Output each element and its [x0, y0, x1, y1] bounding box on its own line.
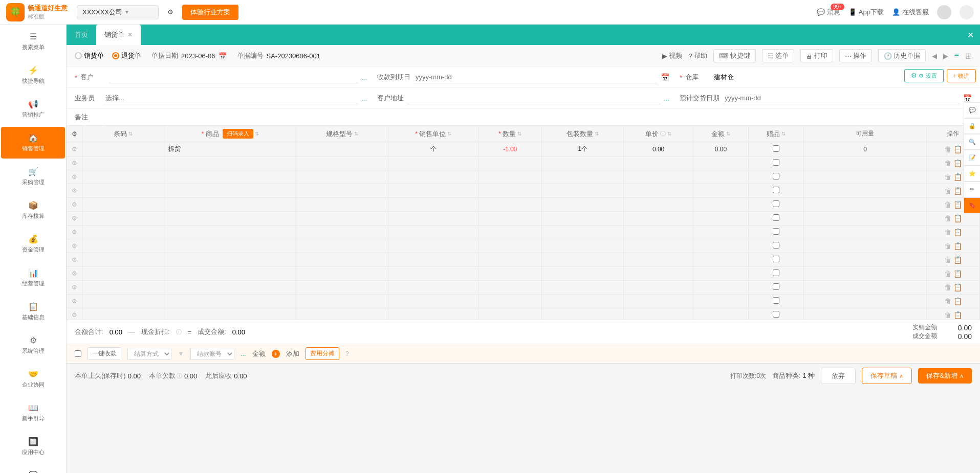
gift-checkbox[interactable]: [773, 187, 779, 193]
gift-checkbox[interactable]: [773, 214, 779, 221]
delete-icon[interactable]: 🗑: [944, 187, 951, 195]
cell-product[interactable]: [164, 253, 296, 267]
cell-spec[interactable]: [296, 156, 388, 170]
gift-checkbox[interactable]: [773, 159, 779, 166]
cell-sales-unit[interactable]: [388, 295, 478, 308]
customer-dots[interactable]: ...: [361, 74, 367, 81]
cell-sales-unit[interactable]: 个: [388, 142, 478, 156]
payment-method-select[interactable]: 结算方式: [127, 348, 171, 360]
cell-package-qty[interactable]: [542, 170, 624, 184]
gift-checkbox[interactable]: [773, 269, 779, 276]
delete-icon[interactable]: 🗑: [944, 200, 951, 209]
cell-product[interactable]: [164, 239, 296, 253]
cell-spec[interactable]: [296, 253, 388, 267]
add-payment-btn[interactable]: +: [272, 350, 280, 358]
cell-unit-price[interactable]: [624, 156, 693, 170]
one-click-checkbox[interactable]: [75, 350, 81, 357]
grid-view-icon[interactable]: ⊞: [965, 51, 972, 61]
cell-sales-unit[interactable]: [388, 184, 478, 198]
cell-unit-price[interactable]: [624, 184, 693, 198]
account-select[interactable]: 结款账号: [190, 348, 234, 360]
float-btn-4[interactable]: 📝: [964, 150, 980, 166]
tab-home[interactable]: 首页: [67, 25, 96, 45]
online-service-btn[interactable]: 👤 在线客服: [892, 8, 929, 17]
cell-quantity[interactable]: [478, 267, 542, 281]
cell-spec[interactable]: [296, 308, 388, 320]
cell-barcode[interactable]: [82, 295, 164, 308]
cell-amount[interactable]: [693, 308, 749, 320]
cell-amount[interactable]: [693, 239, 749, 253]
sidebar-item-purchase[interactable]: 🛒 采购管理: [1, 161, 65, 192]
account-dots[interactable]: ...: [241, 350, 246, 357]
copy-icon[interactable]: 📋: [953, 283, 962, 291]
cell-quantity[interactable]: [478, 212, 542, 226]
float-btn-5[interactable]: ⭐: [964, 166, 980, 182]
copy-icon[interactable]: 📋: [953, 311, 962, 319]
cell-amount[interactable]: 0.00: [693, 142, 749, 156]
gift-checkbox[interactable]: [773, 173, 779, 179]
sidebar-item-marketing[interactable]: 📢 营销推广: [1, 93, 65, 125]
user-avatar-2[interactable]: [960, 5, 974, 19]
sort-amount-icon[interactable]: ⇅: [726, 131, 730, 137]
unit-price-info-icon[interactable]: ⓘ: [660, 130, 666, 138]
cell-gift[interactable]: [749, 239, 804, 253]
tab-sales-order[interactable]: 销货单 ✕: [96, 25, 141, 45]
cell-spec[interactable]: [296, 184, 388, 198]
payment-due-input[interactable]: [413, 71, 658, 83]
sidebar-item-basic[interactable]: 📋 基础信息: [1, 296, 65, 327]
delete-icon[interactable]: 🗑: [944, 256, 951, 264]
cell-spec[interactable]: [296, 212, 388, 226]
expected-delivery-input[interactable]: [723, 92, 960, 104]
history-btn[interactable]: 🕐 历史单据: [878, 49, 926, 62]
cell-gift[interactable]: [749, 184, 804, 198]
cell-quantity[interactable]: [478, 239, 542, 253]
cell-gift[interactable]: [749, 156, 804, 170]
trial-btn[interactable]: 体验行业方案: [182, 5, 238, 20]
cell-spec[interactable]: [296, 267, 388, 281]
sidebar-item-wechat[interactable]: 💬 企业微信: [1, 464, 65, 473]
cell-amount[interactable]: [693, 281, 749, 295]
gift-checkbox[interactable]: [773, 242, 779, 249]
copy-icon[interactable]: 📋: [953, 187, 962, 195]
cell-quantity[interactable]: [478, 295, 542, 308]
user-avatar[interactable]: [937, 5, 951, 19]
logistics-btn[interactable]: + 物流: [947, 69, 976, 82]
gift-checkbox[interactable]: [773, 283, 779, 290]
cell-product[interactable]: [164, 212, 296, 226]
one-click-btn[interactable]: 一键收款: [88, 347, 121, 360]
copy-icon[interactable]: 📋: [953, 159, 962, 167]
delete-icon[interactable]: 🗑: [944, 159, 951, 167]
company-selector[interactable]: XXXXXX公司 ▼: [77, 5, 159, 19]
cell-unit-price[interactable]: [624, 239, 693, 253]
scan-btn[interactable]: 扫码录入: [223, 129, 253, 139]
cell-gift[interactable]: [749, 142, 804, 156]
float-btn-7[interactable]: 🔖: [964, 197, 980, 213]
setup-btn[interactable]: ⚙ ⚙ 设置: [904, 69, 943, 82]
gift-checkbox[interactable]: [773, 145, 779, 152]
video-link[interactable]: ▶ 视频: [662, 51, 682, 60]
delete-icon[interactable]: 🗑: [944, 214, 951, 222]
customer-input[interactable]: [109, 71, 358, 83]
cell-product[interactable]: 拆货: [164, 142, 296, 156]
sidebar-item-business[interactable]: 📊 经营管理: [1, 262, 65, 294]
cell-product[interactable]: [164, 170, 296, 184]
delete-icon[interactable]: 🗑: [944, 297, 951, 305]
cell-amount[interactable]: [693, 156, 749, 170]
cell-unit-price[interactable]: [624, 281, 693, 295]
cell-sales-unit[interactable]: [388, 212, 478, 226]
copy-icon[interactable]: 📋: [953, 145, 962, 153]
save-draft-btn[interactable]: 保存草稿 ∧: [862, 368, 912, 384]
cell-amount[interactable]: [693, 295, 749, 308]
table-scroll[interactable]: ⚙ 条码 ⇅ *商品 扫码录入: [67, 125, 980, 320]
cell-amount[interactable]: [693, 198, 749, 212]
cell-spec[interactable]: [296, 295, 388, 308]
float-btn-2[interactable]: 🔒: [964, 118, 980, 134]
cell-gift[interactable]: [749, 295, 804, 308]
cell-barcode[interactable]: [82, 267, 164, 281]
cell-package-qty[interactable]: [542, 295, 624, 308]
cell-amount[interactable]: [693, 267, 749, 281]
cell-package-qty[interactable]: [542, 156, 624, 170]
arrears-info-icon[interactable]: ⓘ: [177, 372, 182, 380]
sort-product-icon[interactable]: ⇅: [255, 131, 259, 137]
cell-product[interactable]: [164, 295, 296, 308]
